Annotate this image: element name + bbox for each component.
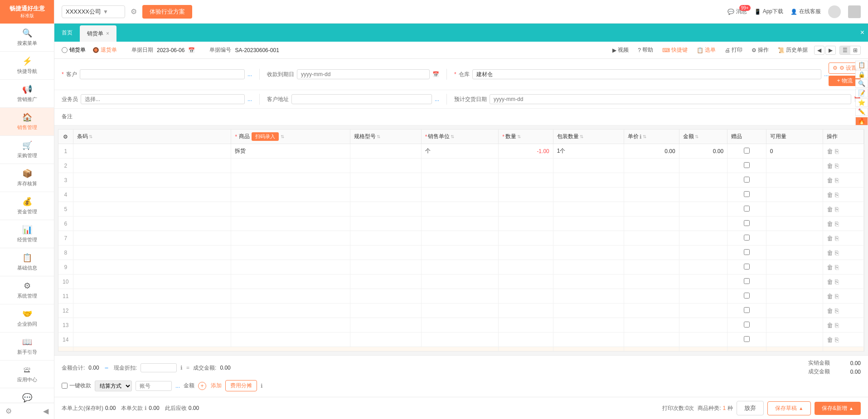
barcode-input-1[interactable]	[77, 148, 228, 154]
next-btn[interactable]: ▶	[825, 46, 836, 55]
warehouse-input[interactable]	[472, 69, 821, 79]
account-dots[interactable]: ...	[175, 383, 180, 389]
rp-btn-6[interactable]: ✏️	[855, 108, 868, 116]
delete-row-14-icon[interactable]: 🗑	[827, 336, 833, 343]
gift-checkbox-4[interactable]	[744, 191, 750, 197]
sidebar-item-search[interactable]: 🔍 搜索菜单	[0, 24, 54, 52]
sidebar-item-purchase[interactable]: 🛒 采购管理	[0, 136, 54, 164]
action-shortcut[interactable]: ⌨ 快捷键	[659, 45, 690, 55]
sort-price-icon[interactable]: ⇅	[643, 134, 646, 139]
row-2-product[interactable]	[231, 159, 350, 173]
copy-row-2-icon[interactable]: ⎘	[835, 162, 839, 169]
add-payment-btn[interactable]: +	[198, 382, 206, 390]
sidebar-item-finance[interactable]: 💰 资金管理	[0, 192, 54, 220]
copy-row-9-icon[interactable]: ⎘	[835, 264, 839, 271]
receive-date-input[interactable]	[297, 69, 430, 79]
tab-sales-order[interactable]: 销货单 ×	[80, 25, 116, 42]
one-click-checkbox[interactable]	[62, 383, 68, 389]
row-2-pkg[interactable]	[553, 159, 624, 173]
scan-btn[interactable]: 扫码录入	[252, 132, 279, 141]
radio-sales-order[interactable]: 销货单	[62, 46, 86, 54]
row-1-gift[interactable]	[727, 144, 766, 159]
customer-addr-input[interactable]	[291, 94, 432, 104]
rp-btn-7[interactable]: 🔥	[855, 117, 868, 125]
delete-row-6-icon[interactable]: 🗑	[827, 220, 833, 227]
copy-row-10-icon[interactable]: ⎘	[835, 278, 839, 285]
radio-return-input[interactable]	[93, 47, 99, 53]
row-2-price[interactable]	[624, 159, 679, 173]
gift-checkbox-12[interactable]	[744, 307, 750, 313]
rp-btn-5[interactable]: ⭐	[855, 98, 868, 107]
sort-amount-icon[interactable]: ⇅	[695, 134, 698, 139]
tab-home[interactable]: 首页	[54, 24, 80, 42]
delete-row-13-icon[interactable]: 🗑	[827, 322, 833, 329]
delete-row-11-icon[interactable]: 🗑	[827, 293, 833, 300]
one-click-label[interactable]: 一键收款	[62, 382, 91, 390]
company-selector[interactable]: XXXXXX公司 ▼	[62, 5, 125, 18]
row-2-spec[interactable]	[350, 159, 421, 173]
copy-row-1-icon[interactable]: ⎘	[835, 148, 839, 155]
grid-view-btn[interactable]: ⊞	[850, 46, 860, 54]
copy-row-4-icon[interactable]: ⎘	[835, 191, 839, 198]
price-info-icon[interactable]: ℹ	[640, 134, 642, 140]
row-2-amount[interactable]	[679, 159, 727, 173]
message-btn[interactable]: 💬 消息 99+	[727, 8, 747, 15]
action-video[interactable]: ▶ 视频	[610, 45, 631, 55]
customer-dots[interactable]: ...	[247, 71, 252, 77]
gift-checkbox-14[interactable]	[744, 336, 750, 342]
user-menu[interactable]	[848, 5, 861, 18]
gift-checkbox-10[interactable]	[744, 278, 750, 284]
row-2-barcode[interactable]	[73, 159, 231, 173]
fee-btn[interactable]: 费用分摊	[225, 380, 257, 391]
receive-date-calendar-icon[interactable]: 📅	[432, 71, 439, 77]
abandon-btn[interactable]: 放弃	[737, 401, 764, 415]
customer-addr-dots[interactable]: ...	[435, 96, 439, 102]
delete-row-5-icon[interactable]: 🗑	[827, 206, 833, 213]
copy-row-5-icon[interactable]: ⎘	[835, 206, 839, 213]
sidebar-item-sales[interactable]: 🏠 销售管理	[0, 108, 54, 136]
sidebar-item-marketing[interactable]: 📢 营销推广	[0, 80, 54, 108]
delete-row-1-icon[interactable]: 🗑	[827, 148, 833, 155]
collapse-icon[interactable]: ◀	[43, 407, 48, 415]
row-2-qty[interactable]	[499, 159, 553, 173]
salesperson-dots[interactable]: ...	[247, 96, 252, 102]
row-1-spec[interactable]	[350, 144, 421, 159]
copy-row-13-icon[interactable]: ⎘	[835, 322, 839, 329]
action-history[interactable]: 📜 历史单据	[775, 45, 810, 55]
discount-input[interactable]	[141, 363, 177, 372]
gift-checkbox-13[interactable]	[744, 322, 750, 327]
close-all-tabs-icon[interactable]: ×	[860, 29, 864, 37]
action-help[interactable]: ? 帮助	[635, 45, 656, 55]
tab-close-icon[interactable]: ×	[106, 30, 109, 37]
th-gear[interactable]: ⚙	[58, 130, 73, 144]
gift-checkbox-3[interactable]	[744, 177, 750, 183]
copy-row-11-icon[interactable]: ⎘	[835, 293, 839, 300]
sort-unit-icon[interactable]: ⇅	[451, 134, 454, 139]
sort-product-icon[interactable]: ⇅	[281, 134, 284, 139]
sidebar-item-quick-nav[interactable]: ⚡ 快捷导航	[0, 52, 54, 80]
sidebar-item-enterprise[interactable]: 🤝 企业协同	[0, 304, 54, 332]
prev-btn[interactable]: ◀	[814, 46, 824, 55]
method-select[interactable]: 结算方式	[95, 380, 132, 391]
radio-return-order[interactable]: 退货单	[93, 46, 117, 54]
customer-input[interactable]	[80, 69, 245, 79]
delivery-date-input[interactable]	[490, 94, 851, 104]
minus-btn[interactable]: －	[103, 363, 110, 373]
sort-qty-icon[interactable]: ⇅	[517, 134, 521, 139]
sidebar-item-operations[interactable]: 📊 经营管理	[0, 220, 54, 248]
sidebar-item-app-center[interactable]: 🛎 应用中心	[0, 361, 54, 388]
copy-row-8-icon[interactable]: ⎘	[835, 249, 839, 256]
sort-barcode-icon[interactable]: ⇅	[89, 134, 92, 139]
account-input[interactable]	[136, 381, 172, 391]
delete-row-8-icon[interactable]: 🗑	[827, 249, 833, 256]
copy-row-14-icon[interactable]: ⎘	[835, 336, 839, 343]
delete-row-9-icon[interactable]: 🗑	[827, 264, 833, 271]
sort-pkg-icon[interactable]: ⇅	[580, 134, 583, 139]
delete-row-2-icon[interactable]: 🗑	[827, 162, 833, 169]
list-view-btn[interactable]: ☰	[840, 46, 850, 54]
gift-checkbox-9[interactable]	[744, 264, 750, 270]
online-service-btn[interactable]: 👤 在线客服	[790, 8, 821, 15]
sidebar-item-guide[interactable]: 📖 新手引导	[0, 332, 54, 361]
row-1-barcode[interactable]	[73, 144, 231, 159]
row-2-gift[interactable]	[727, 159, 766, 173]
